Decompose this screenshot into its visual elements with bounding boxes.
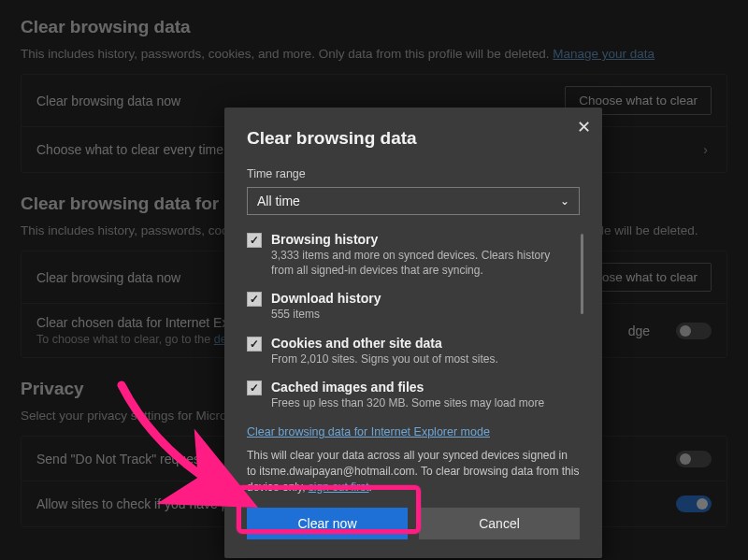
checkbox-cached[interactable]: ✓ xyxy=(247,381,262,395)
clear-browsing-dialog: ✕ Clear browsing data Time range All tim… xyxy=(224,108,602,558)
checkbox-browsing-history[interactable]: ✓ xyxy=(247,233,262,248)
dialog-sync-note: This will clear your data across all you… xyxy=(247,448,580,495)
dialog-options: ✓ Browsing history 3,333 items and more … xyxy=(247,232,580,410)
option-title: Cookies and other site data xyxy=(271,336,570,351)
dialog-note-text: This will clear your data across all you… xyxy=(247,449,579,494)
option-title: Cached images and files xyxy=(271,380,570,395)
clear-ie-mode-link[interactable]: Clear browsing data for Internet Explore… xyxy=(247,425,490,438)
time-range-select[interactable]: All time ⌄ xyxy=(247,187,580,215)
option-title: Browsing history xyxy=(271,232,570,247)
dialog-note-period: . xyxy=(369,481,372,494)
option-title: Download history xyxy=(271,291,570,306)
time-range-label: Time range xyxy=(247,167,580,180)
checkbox-cookies[interactable]: ✓ xyxy=(247,337,262,352)
option-sub: 3,333 items and more on synced devices. … xyxy=(271,248,570,278)
close-icon[interactable]: ✕ xyxy=(577,117,591,137)
option-browsing-history: ✓ Browsing history 3,333 items and more … xyxy=(247,232,570,278)
checkbox-download-history[interactable]: ✓ xyxy=(247,292,262,307)
option-cookies: ✓ Cookies and other site data From 2,010… xyxy=(247,336,570,366)
scrollbar[interactable] xyxy=(581,234,583,314)
sign-out-first-link[interactable]: sign out first xyxy=(309,481,369,494)
clear-now-button[interactable]: Clear now xyxy=(247,508,408,539)
option-sub: From 2,010 sites. Signs you out of most … xyxy=(271,352,570,366)
option-sub: 555 items xyxy=(271,307,570,322)
dialog-buttons: Clear now Cancel xyxy=(247,508,580,539)
chevron-down-icon: ⌄ xyxy=(560,194,569,208)
dialog-title: Clear browsing data xyxy=(247,128,580,149)
cancel-button[interactable]: Cancel xyxy=(419,508,580,539)
option-sub: Frees up less than 320 MB. Some sites ma… xyxy=(271,395,570,410)
time-range-value: All time xyxy=(257,194,300,208)
option-cached: ✓ Cached images and files Frees up less … xyxy=(247,380,570,410)
option-download-history: ✓ Download history 555 items xyxy=(247,291,570,322)
